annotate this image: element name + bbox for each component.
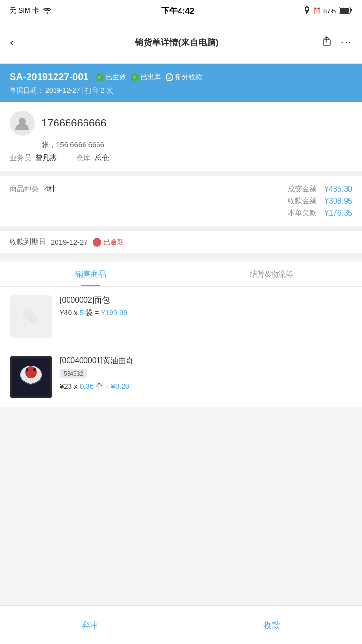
stats-right: 成交金额 ¥485.30 收款金额 ¥308.95 本单欠款 ¥176.35 bbox=[288, 184, 352, 218]
badge-shipped: ✓ 已出库 bbox=[131, 73, 161, 82]
product-name-1: [0000002]面包 bbox=[60, 295, 352, 306]
warehouse-label: 仓库 bbox=[76, 154, 91, 162]
products-list: 零+ [0000002]面包 ¥40 x 5 袋 = ¥199.99 bbox=[0, 287, 362, 407]
due-date: 2019-12-27 bbox=[51, 238, 88, 246]
order-meta: 单据日期： 2019-12-27 | 打印 2 次 bbox=[10, 86, 352, 95]
product-info-1: [0000002]面包 ¥40 x 5 袋 = ¥199.99 bbox=[60, 295, 352, 318]
product-item-2: [000400001]黄油曲奇 534532 ¥23 x 0.36 个 = ¥8… bbox=[0, 347, 362, 407]
product-qty-2: 0.36 bbox=[80, 382, 94, 390]
product-price-row-1: ¥40 x 5 袋 = ¥199.99 bbox=[60, 308, 352, 318]
overdue-icon: ! bbox=[93, 238, 101, 247]
product-info-2: [000400001]黄油曲奇 534532 ¥23 x 0.36 个 = ¥8… bbox=[60, 356, 352, 391]
due-label: 收款到期日 bbox=[10, 238, 46, 247]
order-badges: ✓ 已生效 ✓ 已出库 ⊙ 部分收款 bbox=[96, 73, 202, 82]
amount-value: ¥485.30 bbox=[324, 185, 352, 194]
wifi-icon bbox=[43, 7, 52, 15]
order-header: SA-20191227-001 ✓ 已生效 ✓ 已出库 ⊙ 部分收款 单据日期：… bbox=[0, 64, 362, 102]
sales-name: 曾凡杰 bbox=[35, 154, 57, 162]
check-icon-1: ✓ bbox=[96, 73, 104, 81]
nav-actions: ··· bbox=[322, 36, 352, 49]
overdue-badge: ! 已逾期 bbox=[93, 238, 124, 247]
svg-point-6 bbox=[28, 314, 38, 324]
product-total-2: ¥8.28 bbox=[111, 382, 129, 390]
tab-settlement[interactable]: 结算&物流等 bbox=[181, 262, 362, 286]
check-icon-2: ✓ bbox=[131, 73, 139, 81]
svg-rect-1 bbox=[340, 8, 349, 13]
product-tag-2: 534532 bbox=[60, 369, 87, 378]
confirm-button[interactable]: 收款 bbox=[181, 606, 362, 644]
product-name-2: [000400001]黄油曲奇 bbox=[60, 356, 352, 366]
product-thumbnail-1: 零+ bbox=[10, 295, 52, 338]
more-icon[interactable]: ··· bbox=[341, 36, 352, 49]
product-thumbnail-2 bbox=[10, 356, 52, 398]
alarm-icon: ⏰ bbox=[313, 7, 320, 14]
customer-id: 17666666666 bbox=[42, 117, 107, 129]
separator-2 bbox=[0, 227, 362, 231]
page-title: 销货单详情(来自电脑) bbox=[31, 37, 322, 48]
location-icon bbox=[304, 6, 310, 15]
product-item: 零+ [0000002]面包 ¥40 x 5 袋 = ¥199.99 bbox=[0, 287, 362, 347]
status-right: ⏰ 87% bbox=[304, 6, 352, 15]
tabs-container: 销售商品 结算&物流等 bbox=[0, 262, 362, 287]
debt-row: 本单欠款 ¥176.35 bbox=[288, 209, 352, 218]
badge-partial: ⊙ 部分收款 bbox=[166, 73, 202, 82]
customer-info-row: 业务员 曾凡杰 仓库 总仓 bbox=[10, 154, 352, 163]
share-icon[interactable] bbox=[322, 36, 333, 49]
svg-point-11 bbox=[26, 368, 28, 371]
due-section: 收款到期日 2019-12-27 ! 已逾期 bbox=[0, 231, 362, 253]
customer-sub: 张，156 6666 6666 bbox=[10, 140, 352, 150]
separator-1 bbox=[0, 172, 362, 176]
avatar bbox=[10, 111, 35, 136]
carrier-text: 无 SIM 卡 bbox=[10, 6, 39, 15]
product-qty-1: 5 bbox=[80, 308, 84, 317]
stats-left: 商品种类 4种 bbox=[10, 184, 56, 194]
bottom-spacer bbox=[0, 407, 362, 446]
product-price-row-2: ¥23 x 0.36 个 = ¥8.28 bbox=[60, 382, 352, 391]
product-type-value: 4种 bbox=[44, 184, 56, 194]
received-label: 收款金额 bbox=[288, 196, 317, 206]
status-bar: 无 SIM 卡 下午4:42 ⏰ 87% bbox=[0, 0, 362, 21]
battery-icon bbox=[339, 7, 352, 15]
back-button[interactable]: ‹ bbox=[10, 35, 31, 50]
product-type-label: 商品种类 bbox=[10, 184, 39, 194]
received-value: ¥308.95 bbox=[324, 197, 352, 206]
svg-point-12 bbox=[33, 368, 36, 371]
received-row: 收款金额 ¥308.95 bbox=[288, 196, 352, 206]
product-total-1: ¥199.99 bbox=[101, 308, 127, 317]
amount-row: 成交金额 ¥485.30 bbox=[288, 184, 352, 194]
amount-label: 成交金额 bbox=[288, 184, 317, 194]
svg-point-10 bbox=[25, 366, 37, 378]
debt-label: 本单欠款 bbox=[288, 209, 317, 218]
bottom-bar: 弃审 收款 bbox=[0, 605, 362, 644]
overdue-text: 已逾期 bbox=[103, 238, 124, 247]
order-id: SA-20191227-001 bbox=[10, 71, 88, 83]
customer-section: 17666666666 张，156 6666 6666 业务员 曾凡杰 仓库 总… bbox=[0, 102, 362, 171]
debt-value: ¥176.35 bbox=[324, 209, 352, 218]
nav-bar: ‹ 销货单详情(来自电脑) ··· bbox=[0, 21, 362, 64]
status-time: 下午4:42 bbox=[161, 5, 194, 16]
battery-text: 87% bbox=[323, 7, 336, 14]
stats-section: 商品种类 4种 成交金额 ¥485.30 收款金额 ¥308.95 本单欠款 ¥… bbox=[0, 176, 362, 226]
clock-icon: ⊙ bbox=[166, 73, 173, 81]
warehouse-name: 总仓 bbox=[95, 154, 109, 162]
sales-label: 业务员 bbox=[10, 154, 31, 162]
cancel-button[interactable]: 弃审 bbox=[0, 606, 181, 644]
badge-effective: ✓ 已生效 bbox=[96, 73, 126, 82]
tab-sales-products[interactable]: 销售商品 bbox=[0, 262, 181, 286]
status-left: 无 SIM 卡 bbox=[10, 6, 52, 15]
separator-3 bbox=[0, 254, 362, 258]
svg-text:零+: 零+ bbox=[23, 322, 29, 326]
